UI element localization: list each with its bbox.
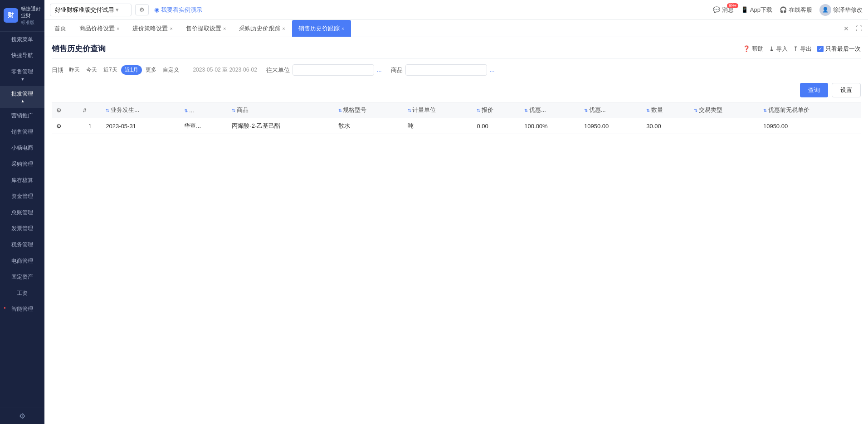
cell-biz_date: 2023-05-31 <box>101 118 180 134</box>
source-filter-group: 往来单位 ... <box>266 64 382 76</box>
page-title: 销售历史价查询 <box>52 43 106 54</box>
only-last-checkbox[interactable]: ✓ <box>817 46 824 52</box>
tab-sale-extract[interactable]: 售价提取设置 × <box>180 20 233 37</box>
sidebar-item-label-sales: 销售管理 <box>11 129 33 136</box>
export-label: 导出 <box>800 45 812 53</box>
tab-close-sale-extract[interactable]: × <box>223 26 226 31</box>
export-button[interactable]: ⤒ 导出 <box>793 45 812 53</box>
col-sort-icon-discount_amount: ⇅ <box>584 108 589 113</box>
topbar: 好业财标准版交付试用 ▾ ⚙ ◉ 我要看实例演示 💬 消息 99+ 📱 App下… <box>44 0 868 20</box>
date-btn-custom[interactable]: 自定义 <box>160 65 182 75</box>
tab-purchase-strategy[interactable]: 进价策略设置 × <box>126 20 179 37</box>
col-sort-icon-quantity: ⇅ <box>646 108 651 113</box>
sidebar-item-purchase[interactable]: 采购管理 <box>0 156 44 173</box>
import-button[interactable]: ⤓ 导入 <box>769 45 788 53</box>
table-header-row: ⚙#⇅ 业务发生...⇅ ...⇅ 商品⇅ 规格型号⇅ 计量单位⇅ 报价⇅ 优惠… <box>52 102 861 118</box>
date-filter-group: 日期 昨天今天近7天近1月更多自定义 <box>52 65 182 75</box>
page-header: 销售历史价查询 ❓ 帮助 ⤓ 导入 ⤒ 导出 <box>52 37 861 59</box>
col-header-extra[interactable]: ⇅ ... <box>180 102 227 118</box>
topbar-settings-icon: ⚙ <box>139 6 145 13</box>
tab-close-button[interactable]: ✕ <box>841 23 852 34</box>
date-btn-7days[interactable]: 近7天 <box>101 65 120 75</box>
product-dots[interactable]: ... <box>490 67 495 73</box>
sidebar-item-quick-nav[interactable]: 快捷导航 <box>0 48 44 64</box>
sidebar: 财 畅捷通好业财 标准版 搜索菜单快捷导航零售管理▼批发管理▲营销推广销售管理小… <box>0 0 44 424</box>
product-input[interactable] <box>405 64 487 76</box>
tab-close-price-settings[interactable]: × <box>117 26 119 31</box>
col-header-spec[interactable]: ⇅ 规格型号 <box>334 102 403 118</box>
tab-home[interactable]: 首页 <box>48 20 73 37</box>
settings-button[interactable]: 设置 <box>832 83 861 97</box>
sidebar-item-general-ledger[interactable]: 总账管理 <box>0 205 44 221</box>
sidebar-item-label-inventory: 库存核算 <box>11 177 33 184</box>
col-header-unit[interactable]: ⇅ 计量单位 <box>403 102 473 118</box>
export-icon: ⤒ <box>793 45 798 52</box>
sidebar-item-search[interactable]: 搜索菜单 <box>0 32 44 48</box>
sidebar-item-label-general-ledger: 总账管理 <box>11 209 33 217</box>
avatar: 👤 <box>819 4 831 16</box>
sidebar-nav: 搜索菜单快捷导航零售管理▼批发管理▲营销推广销售管理小畅电商采购管理库存核算资金… <box>0 32 44 408</box>
help-button[interactable]: ❓ 帮助 <box>743 45 764 53</box>
messages-button[interactable]: 💬 消息 99+ <box>713 6 734 14</box>
date-btn-today[interactable]: 今天 <box>83 65 100 75</box>
sidebar-item-smart[interactable]: 智能管理 <box>0 301 44 318</box>
sidebar-item-retail[interactable]: 零售管理▼ <box>0 64 44 86</box>
col-header-quantity[interactable]: ⇅ 数量 <box>642 102 689 118</box>
app-name: 畅捷通好业财 <box>21 5 41 19</box>
date-btn-more[interactable]: 更多 <box>143 65 159 75</box>
col-header-product[interactable]: ⇅ 商品 <box>227 102 333 118</box>
sidebar-item-label-payroll: 工资 <box>17 290 28 297</box>
sidebar-item-ecommerce-small[interactable]: 小畅电商 <box>0 140 44 156</box>
main-area: 好业财标准版交付试用 ▾ ⚙ ◉ 我要看实例演示 💬 消息 99+ 📱 App下… <box>44 0 868 424</box>
col-sort-icon-trade_type: ⇅ <box>694 108 699 113</box>
col-header-pretax_price[interactable]: ⇅ 优惠前无税单价 <box>759 102 861 118</box>
app-version: 标准版 <box>21 19 41 26</box>
sidebar-item-invoice[interactable]: 发票管理 <box>0 221 44 237</box>
col-header-discount_amount[interactable]: ⇅ 优惠... <box>580 102 642 118</box>
source-dots[interactable]: ... <box>377 67 382 73</box>
sidebar-item-tax[interactable]: 税务管理 <box>0 237 44 253</box>
page-content: 销售历史价查询 ❓ 帮助 ⤓ 导入 ⤒ 导出 <box>44 37 868 424</box>
sidebar-item-payroll[interactable]: 工资 <box>0 285 44 302</box>
user-menu[interactable]: 👤 徐泽华修改 <box>819 4 863 16</box>
only-last-checkbox-label[interactable]: ✓ 只看最后一次 <box>817 45 861 53</box>
demo-button[interactable]: ◉ 我要看实例演示 <box>154 6 202 14</box>
app-download-button[interactable]: 📱 App下载 <box>741 6 772 14</box>
tab-purchase-history[interactable]: 采购历史价跟踪 × <box>233 20 292 37</box>
sidebar-item-label-tax: 税务管理 <box>11 241 33 249</box>
sidebar-item-wholesale[interactable]: 批发管理▲ <box>0 86 44 108</box>
sidebar-item-fixed-assets[interactable]: 固定资产 <box>0 269 44 285</box>
user-name: 徐泽华修改 <box>833 6 863 14</box>
col-header-trade_type[interactable]: ⇅ 交易类型 <box>689 102 759 118</box>
table-row: ⚙12023-05-31华查...丙烯酸-2-乙基己酯散水吨0.00100.00… <box>52 118 861 134</box>
tab-sales-history[interactable]: 销售历史价跟踪 × <box>292 20 351 37</box>
sidebar-item-sales[interactable]: 销售管理 <box>0 124 44 140</box>
date-btn-yesterday[interactable]: 昨天 <box>66 65 83 75</box>
sidebar-item-inventory[interactable]: 库存核算 <box>0 173 44 189</box>
tab-label-sale-extract: 售价提取设置 <box>186 24 221 33</box>
tab-close-purchase-strategy[interactable]: × <box>170 26 172 31</box>
table-head: ⚙#⇅ 业务发生...⇅ ...⇅ 商品⇅ 规格型号⇅ 计量单位⇅ 报价⇅ 优惠… <box>52 102 861 118</box>
version-select[interactable]: 好业财标准版交付试用 ▾ <box>50 4 132 16</box>
cell-trade_type <box>689 118 759 134</box>
import-icon: ⤓ <box>769 45 774 52</box>
online-service-button[interactable]: 🎧 在线客服 <box>780 6 812 14</box>
sidebar-item-ecommerce[interactable]: 电商管理 <box>0 253 44 270</box>
col-header-price[interactable]: ⇅ 报价 <box>472 102 520 118</box>
source-input[interactable] <box>293 64 374 76</box>
tab-price-settings[interactable]: 商品价格设置 × <box>73 20 126 37</box>
demo-icon: ◉ <box>154 6 159 13</box>
date-btn-1month[interactable]: 近1月 <box>121 65 142 75</box>
source-label: 往来单位 <box>266 66 290 74</box>
help-label: 帮助 <box>752 45 764 53</box>
tab-expand-button[interactable]: ⛶ <box>853 23 864 34</box>
settings-icon[interactable]: ⚙ <box>19 412 25 420</box>
topbar-settings-button[interactable]: ⚙ <box>135 4 149 15</box>
sidebar-item-marketing[interactable]: 营销推广 <box>0 108 44 124</box>
tab-close-sales-history[interactable]: × <box>341 26 344 31</box>
col-header-biz_date[interactable]: ⇅ 业务发生... <box>101 102 180 118</box>
query-button[interactable]: 查询 <box>800 83 828 97</box>
sidebar-item-finance[interactable]: 资金管理 <box>0 188 44 205</box>
tab-close-purchase-history[interactable]: × <box>282 26 285 31</box>
col-header-discount_rate[interactable]: ⇅ 优惠... <box>520 102 580 118</box>
